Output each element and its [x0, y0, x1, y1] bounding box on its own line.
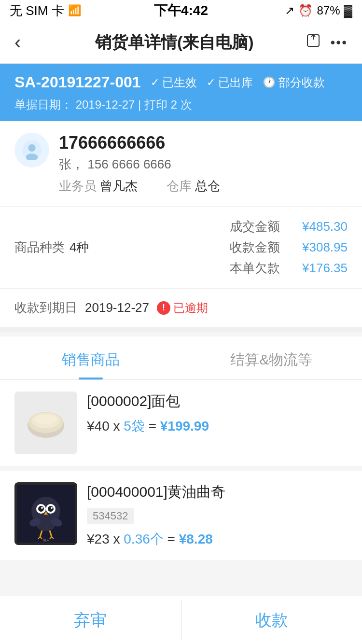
customer-meta: 业务员 曾凡杰 仓库 总仓	[59, 178, 348, 195]
alarm-icon: ⏰	[298, 4, 313, 17]
share-icon[interactable]	[306, 33, 321, 52]
check-icon-2: ✓	[207, 76, 215, 89]
product-total-2: ¥8.28	[179, 532, 213, 546]
receipt-value: ¥308.95	[290, 240, 348, 255]
banner-status-row: SA-20191227-001 ✓ 已生效 ✓ 已出库 🕐 部分收款	[14, 73, 348, 91]
product-info-2: [000400001]黄油曲奇 534532 ¥23 x 0.36个 = ¥8.…	[87, 482, 348, 548]
warehouse-label: 仓库	[167, 179, 192, 193]
svg-point-15	[41, 507, 43, 509]
financial-stats: 成交金额 ¥485.30 收款金额 ¥308.95 本单欠款 ¥176.35	[181, 218, 348, 277]
salesperson-field: 业务员 曾凡杰	[59, 178, 138, 195]
wifi-icon: 📶	[68, 4, 81, 17]
status-badge-partial: 🕐 部分收款	[263, 75, 325, 90]
location-icon: ↗	[285, 4, 294, 17]
status-right: ↗ ⏰ 87% ▓	[285, 4, 352, 17]
overdue-badge: ! 已逾期	[157, 300, 208, 316]
due-date: 2019-12-27	[85, 300, 149, 315]
type-label: 商品种类	[14, 239, 65, 256]
deal-label: 成交金额	[230, 218, 280, 235]
svg-point-3	[28, 144, 35, 152]
owed-value: ¥176.35	[290, 261, 348, 276]
svg-text:鱼+: 鱼+	[43, 538, 49, 543]
nav-bar: ‹ 销货单详情(来自电脑) •••	[0, 21, 362, 64]
owed-amount-row: 本单欠款 ¥176.35	[181, 260, 348, 277]
cancel-review-button[interactable]: 弃审	[0, 600, 181, 641]
status-bar: 无 SIM 卡 📶 下午4:42 ↗ ⏰ 87% ▓	[0, 0, 362, 21]
due-section: 收款到期日 2019-12-27 ! 已逾期	[0, 289, 362, 332]
status-badge-shipped: ✓ 已出库	[207, 75, 253, 90]
page-title: 销货单详情(来自电脑)	[95, 31, 254, 54]
salesperson-label: 业务员	[59, 179, 97, 193]
back-button[interactable]: ‹	[14, 31, 43, 53]
date-label: 单据日期：	[14, 98, 72, 111]
order-id: SA-20191227-001	[14, 73, 141, 91]
bottom-bar: 弃审 收款	[0, 596, 362, 644]
customer-phone: 张， 156 6666 6666	[59, 156, 348, 173]
status-left: 无 SIM 卡 📶	[10, 2, 81, 19]
deal-value: ¥485.30	[290, 219, 348, 234]
carrier-text: 无 SIM 卡	[10, 2, 64, 19]
battery-icon: ▓	[344, 4, 353, 17]
product-price-1: ¥40 x 5袋 = ¥199.99	[87, 417, 348, 435]
battery-text: 87%	[317, 4, 340, 17]
product-image-owl: 鱼+	[14, 482, 77, 545]
product-image-bread	[14, 392, 77, 454]
svg-point-13	[38, 506, 44, 512]
product-info-1: [0000002]面包 ¥40 x 5袋 = ¥199.99	[87, 392, 348, 435]
receipt-label: 收款金额	[230, 239, 280, 256]
product-name-1: [0000002]面包	[87, 392, 348, 411]
svg-point-14	[48, 506, 54, 512]
salesperson-value: 曾凡杰	[100, 179, 138, 193]
type-count: 4种	[70, 239, 89, 256]
due-label: 收款到期日	[14, 299, 77, 316]
nav-actions: •••	[306, 33, 348, 52]
tab-products[interactable]: 销售商品	[0, 336, 181, 379]
list-item: 鱼+ [000400001]黄油曲奇 534532 ¥23 x 0.36个 = …	[0, 471, 362, 560]
svg-point-16	[51, 507, 53, 509]
overdue-text: 已逾期	[173, 300, 208, 316]
product-price-2: ¥23 x 0.36个 = ¥8.28	[87, 530, 348, 548]
product-list: [0000002]面包 ¥40 x 5袋 = ¥199.99	[0, 380, 362, 560]
print-info: | 打印 2 次	[138, 98, 192, 111]
clock-icon: 🕐	[263, 76, 276, 89]
customer-section: 17666666666 张， 156 6666 6666 业务员 曾凡杰 仓库 …	[0, 121, 362, 207]
customer-info: 17666666666 张， 156 6666 6666 业务员 曾凡杰 仓库 …	[59, 133, 348, 195]
more-button[interactable]: •••	[331, 35, 348, 50]
order-banner: SA-20191227-001 ✓ 已生效 ✓ 已出库 🕐 部分收款 单据日期：…	[0, 64, 362, 121]
receipt-button[interactable]: 收款	[181, 600, 362, 641]
avatar	[14, 133, 49, 168]
product-types: 商品种类 4种	[14, 218, 181, 277]
product-name-2: [000400001]黄油曲奇	[87, 482, 348, 502]
banner-date-row: 单据日期： 2019-12-27 | 打印 2 次	[14, 97, 348, 112]
product-tabs: 销售商品 结算&物流等	[0, 336, 362, 380]
stats-section: 商品种类 4种 成交金额 ¥485.30 收款金额 ¥308.95 本单欠款 ¥…	[0, 207, 362, 289]
warehouse-field: 仓库 总仓	[167, 178, 220, 195]
receipt-amount-row: 收款金额 ¥308.95	[181, 239, 348, 256]
svg-point-8	[34, 415, 57, 424]
owed-label: 本单欠款	[230, 260, 280, 277]
overdue-icon: !	[157, 301, 170, 315]
list-item: [0000002]面包 ¥40 x 5袋 = ¥199.99	[0, 380, 362, 466]
product-tag-2: 534532	[87, 508, 134, 524]
check-icon-1: ✓	[151, 76, 159, 89]
order-date: 2019-12-27	[76, 98, 135, 111]
product-qty-1: 5袋	[124, 419, 145, 434]
product-qty-2: 0.36个	[124, 532, 164, 546]
tab-settlement[interactable]: 结算&物流等	[181, 336, 362, 379]
customer-account: 17666666666	[59, 133, 348, 153]
deal-amount-row: 成交金额 ¥485.30	[181, 218, 348, 235]
warehouse-value: 总仓	[195, 179, 220, 193]
status-time: 下午4:42	[154, 1, 208, 20]
product-total-1: ¥199.99	[160, 419, 209, 434]
status-badge-effected: ✓ 已生效	[151, 75, 197, 90]
